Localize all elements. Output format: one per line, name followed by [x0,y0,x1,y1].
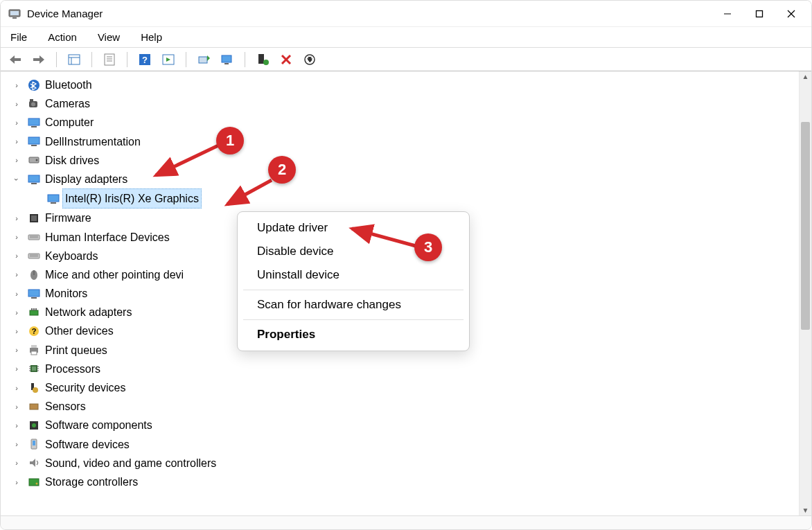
annotation-arrow-2 [222,177,277,211]
tree-node-storage[interactable]: › Storage controllers [8,472,799,491]
chevron-right-icon[interactable]: › [12,325,21,338]
node-label: Keyboards [45,247,98,265]
svg-rect-34 [30,99,33,102]
chevron-right-icon[interactable]: › [12,287,21,300]
svg-rect-37 [28,137,39,144]
context-scan-hardware[interactable]: Scan for hardware changes [238,293,469,317]
node-label: Display adapters [45,170,127,188]
scan-hardware-icon[interactable] [220,52,235,67]
svg-line-89 [352,229,416,246]
tree-node-computer[interactable]: › Computer [8,113,799,132]
scroll-up-icon[interactable]: ▲ [802,73,809,80]
show-hidden-icon[interactable] [67,52,82,67]
back-button[interactable] [8,52,23,67]
help-icon[interactable]: ? [137,52,152,67]
node-label: Software devices [45,435,130,454]
svg-rect-41 [28,175,39,182]
chevron-right-icon[interactable]: › [12,116,21,130]
chevron-right-icon[interactable]: › [12,362,21,376]
chevron-right-icon[interactable]: › [12,438,21,451]
chevron-right-icon[interactable]: › [12,400,21,413]
menu-separator [243,290,464,290]
tree-node-intel-iris-xe[interactable]: Intel(R) Iris(R) Xe Graphics [8,188,799,209]
tree-node-sound[interactable]: › Sound, video and game controllers [8,454,799,472]
node-label: Security devices [45,378,126,397]
svg-rect-2 [12,17,17,19]
context-properties[interactable]: Properties [238,323,469,346]
svg-rect-1 [10,11,19,15]
tree-node-disk-drives[interactable]: › Disk drives [8,151,799,170]
node-label: Mice and other pointing devi [45,265,184,284]
chevron-right-icon[interactable]: › [12,78,21,91]
window-title: Device Manager [27,8,103,19]
scroll-track[interactable] [800,80,811,506]
display-adapter-icon [27,173,41,186]
svg-rect-64 [31,345,37,348]
software-devices-icon [27,437,41,451]
svg-rect-42 [31,183,37,184]
node-label: Processors [45,360,100,378]
tree-node-bluetooth[interactable]: › Bluetooth [8,76,799,94]
svg-rect-56 [31,297,37,299]
node-label: Network adapters [45,303,132,321]
tree-node-cameras[interactable]: › Cameras [8,94,799,113]
monitor-icon [27,287,41,301]
scroll-thumb[interactable] [801,122,810,330]
node-label: Software components [45,416,152,434]
annotation-arrow-3 [346,222,423,253]
storage-icon [27,475,41,489]
menu-file[interactable]: File [8,30,30,44]
chevron-right-icon[interactable]: › [12,135,21,148]
tree-node-display-adapters[interactable]: › Display adapters [8,170,799,188]
chevron-right-icon[interactable]: › [12,97,21,110]
chevron-right-icon[interactable]: › [12,154,21,167]
properties-icon[interactable] [102,52,117,67]
svg-point-75 [33,387,38,393]
tree-node-software-components[interactable]: › Software components [8,416,799,434]
close-button[interactable] [775,1,807,27]
chevron-right-icon[interactable]: › [12,475,21,488]
update-driver-icon[interactable] [196,52,211,67]
minimize-button[interactable] [712,1,743,27]
svg-point-25 [263,60,269,65]
svg-point-83 [36,482,38,484]
node-label: Computer [45,113,94,132]
menu-view[interactable]: View [95,30,123,44]
disable-device-icon[interactable] [302,52,317,67]
svg-rect-36 [31,126,37,127]
svg-point-78 [32,423,36,427]
tree-node-processors[interactable]: › Processors [8,360,799,378]
node-label: Sound, video and game controllers [45,454,216,472]
tree-node-software-devices[interactable]: › Software devices [8,435,799,454]
maximize-button[interactable] [743,1,775,27]
chevron-right-icon[interactable]: › [12,381,21,394]
tree-node-dell-instrumentation[interactable]: › DellInstrumentation [8,132,799,151]
chevron-right-icon[interactable]: › [12,212,21,225]
chevron-right-icon[interactable]: › [12,344,21,357]
chevron-right-icon[interactable]: › [12,306,21,319]
tree-node-security[interactable]: › Security devices [8,378,799,397]
svg-rect-76 [30,404,38,409]
uninstall-device-icon[interactable] [279,52,294,67]
menu-help[interactable]: Help [138,30,165,44]
forward-button[interactable] [31,52,46,67]
sensor-icon [27,400,41,414]
svg-rect-80 [33,441,35,445]
display-adapter-icon [46,192,60,206]
chevron-right-icon[interactable]: › [12,419,21,432]
chevron-right-icon[interactable]: › [12,268,21,281]
chevron-right-icon[interactable]: › [12,249,21,263]
chevron-right-icon[interactable]: › [12,231,21,244]
node-label: Print queues [45,341,107,360]
chevron-down-icon[interactable]: › [10,175,24,184]
scroll-down-icon[interactable]: ▼ [802,506,809,514]
svg-rect-9 [69,55,80,64]
tree-node-sensors[interactable]: › Sensors [8,397,799,416]
action-icon[interactable] [161,52,176,67]
context-uninstall-device[interactable]: Uninstall device [238,263,469,287]
vertical-scrollbar[interactable]: ▲ ▼ [799,71,811,515]
chevron-right-icon[interactable]: › [12,457,21,470]
svg-rect-22 [222,55,231,62]
enable-device-icon[interactable] [255,52,270,67]
menu-action[interactable]: Action [45,30,80,44]
